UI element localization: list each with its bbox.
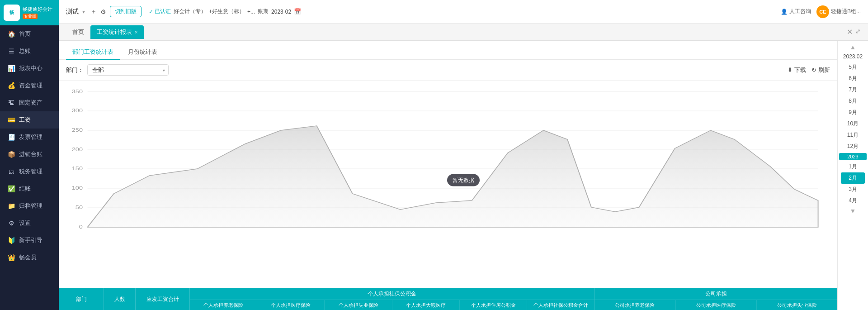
help-btn[interactable]: 👤 人工咨询: [781, 8, 811, 15]
th-company-medical: 公司承担医疗保险: [676, 300, 757, 310]
th-dept: 部门: [59, 288, 104, 310]
toolbar-row: 部门： 全部 财务部 人事部 技术部 ▾ ⬇ 下载: [59, 60, 837, 81]
sidebar-item-funds[interactable]: 💰 资金管理: [0, 77, 59, 94]
date-year-2023[interactable]: 2023: [839, 153, 866, 160]
table-header: 部门 人数 应发工资合计 个人承担社保公积金 个人承担养老保险 个人承担医疗保险…: [59, 288, 837, 310]
th-personal-unemployment: 个人承担失业保险: [325, 300, 392, 310]
settings-icon: ⚙: [7, 219, 15, 227]
th-company-group-title: 公司承担: [594, 288, 837, 300]
svg-text:50: 50: [75, 205, 83, 210]
help-icon: 👤: [781, 9, 788, 15]
toolbar-left: 部门： 全部 财务部 人事部 技术部 ▾: [66, 64, 169, 76]
th-personal-medical: 个人承担医疗保险: [257, 300, 325, 310]
date-month-9[interactable]: 9月: [838, 107, 868, 118]
tab-expand-btn[interactable]: ⤢: [855, 28, 861, 36]
user-btn[interactable]: CE 轻捷通B组...: [816, 5, 861, 18]
settings-button[interactable]: ⚙: [100, 8, 106, 15]
date-month-10[interactable]: 10月: [838, 118, 868, 129]
sidebar-item-ledger[interactable]: ☰ 总账: [0, 43, 59, 60]
date-month-3[interactable]: 3月: [838, 184, 868, 195]
tab-salary-report[interactable]: 工资统计报表 ×: [90, 25, 144, 39]
topbar-right: 👤 人工咨询 CE 轻捷通B组...: [781, 5, 861, 18]
salary-icon: 💳: [7, 116, 15, 124]
sub-tab-dept[interactable]: 部门工资统计表: [66, 45, 120, 60]
period-label: 账期: [258, 8, 269, 15]
logo-icon: 畅: [4, 5, 20, 21]
sidebar-item-invoice[interactable]: 🧾 发票管理: [0, 129, 59, 146]
logo-text: 畅捷通好会计 专业版: [23, 6, 52, 20]
sub-tab-monthly[interactable]: 月份统计表: [122, 45, 164, 60]
th-personal-housing: 个人承担住房公积金: [460, 300, 527, 310]
sidebar-item-reports[interactable]: 📊 报表中心: [0, 60, 59, 77]
dept-label: 部门：: [66, 66, 84, 74]
th-personal-group: 个人承担社保公积金 个人承担养老保险 个人承担医疗保险 个人承担失业保险 个人承…: [190, 288, 594, 310]
th-personal-pension: 个人承担养老保险: [190, 300, 257, 310]
sidebar-item-salary[interactable]: 💳 工资: [0, 111, 59, 129]
tab-bar: 首页 工资统计报表 × ✕ ⤢: [59, 24, 868, 41]
date-month-1[interactable]: 1月: [838, 161, 868, 172]
svg-text:300: 300: [72, 108, 83, 114]
svg-text:250: 250: [72, 127, 83, 133]
period-value[interactable]: 2023-02: [271, 9, 291, 15]
tab-close-btn[interactable]: ✕: [847, 28, 853, 36]
date-display: 2023.02: [843, 52, 863, 62]
date-month-5[interactable]: 5月: [838, 62, 868, 73]
refresh-icon: ↻: [811, 67, 816, 73]
sidebar-item-guide[interactable]: 🔰 新手引导: [0, 232, 59, 249]
date-month-2[interactable]: 2月: [841, 172, 865, 184]
sidebar-item-tax[interactable]: 🗂 税务管理: [0, 163, 59, 180]
date-month-7[interactable]: 7月: [838, 84, 868, 95]
ledger-icon: ☰: [7, 48, 15, 55]
sidebar-item-checkout[interactable]: ✅ 结账: [0, 180, 59, 197]
switch-old-btn[interactable]: 切到旧版: [110, 6, 142, 17]
content-area: 部门工资统计表 月份统计表 部门： 全部 财务部 人事部 技术部: [59, 41, 837, 310]
th-personal-total: 个人承担社保公积金合计: [527, 300, 594, 310]
sidebar-item-sales[interactable]: 📦 进销台账: [0, 146, 59, 163]
sidebar-item-settings[interactable]: ⚙ 设置: [0, 215, 59, 232]
sidebar-item-member[interactable]: 👑 畅会员: [0, 249, 59, 266]
th-headcount: 人数: [104, 288, 136, 310]
sidebar-item-home[interactable]: 🏠 首页: [0, 25, 59, 43]
svg-text:350: 350: [72, 89, 83, 95]
topbar-dropdown-arrow[interactable]: ▾: [82, 9, 85, 15]
date-month-4[interactable]: 4月: [838, 195, 868, 206]
certified-status: ✓ 已认证: [149, 8, 171, 15]
th-company-pension: 公司承担养老保险: [594, 300, 675, 310]
topbar: 测试 ▾ ＋ ⚙ 切到旧版 ✓ 已认证 好会计（专） +好生意（标） +... …: [59, 0, 868, 24]
date-month-6[interactable]: 6月: [838, 73, 868, 84]
business-tag: +好生意（标）: [209, 8, 245, 15]
topbar-title: 测试: [66, 8, 79, 16]
right-date-panel: ▲ 2023.02 5月 6月 7月 8月 9月 10月 11月 12月 202…: [837, 41, 868, 310]
more-tag: +...: [247, 9, 255, 15]
funds-icon: 💰: [7, 82, 15, 89]
tab-close-icon[interactable]: ×: [135, 29, 137, 35]
download-btn[interactable]: ⬇ 下载: [788, 66, 806, 74]
certified-icon: ✓: [149, 9, 153, 15]
svg-text:200: 200: [72, 147, 83, 153]
svg-text:100: 100: [72, 185, 83, 191]
sidebar-item-assets[interactable]: 🏗 固定资产: [0, 94, 59, 111]
date-nav-up[interactable]: ▲: [850, 43, 856, 52]
date-month-12[interactable]: 12月: [838, 141, 868, 152]
good-accounting-tag: 好会计（专）: [174, 8, 206, 15]
dept-select[interactable]: 全部 财务部 人事部 技术部: [87, 64, 169, 76]
date-month-11[interactable]: 11月: [838, 129, 868, 141]
invoice-icon: 🧾: [7, 134, 15, 141]
topbar-actions: ＋ ⚙ 切到旧版: [90, 6, 142, 17]
topbar-status: ✓ 已认证 好会计（专） +好生意（标） +... 账期 2023-02 📅: [149, 8, 301, 15]
date-month-8[interactable]: 8月: [838, 95, 868, 107]
reports-icon: 📊: [7, 65, 15, 72]
refresh-btn[interactable]: ↻ 刷新: [811, 66, 830, 74]
assets-icon: 🏗: [7, 99, 15, 106]
tab-home[interactable]: 首页: [66, 25, 90, 39]
th-personal-extra-medical: 个人承担大额医疗: [392, 300, 460, 310]
calendar-icon[interactable]: 📅: [294, 8, 301, 15]
sidebar-logo: 畅 畅捷通好会计 专业版: [0, 0, 59, 25]
add-button[interactable]: ＋: [90, 8, 97, 16]
sub-tabs: 部门工资统计表 月份统计表: [59, 41, 837, 60]
date-nav-down[interactable]: ▼: [850, 206, 856, 215]
sidebar-item-archive[interactable]: 📁 归档管理: [0, 197, 59, 215]
chart-svg: 350 300 250 200 150 100 50 0: [66, 85, 830, 239]
toolbar-right: ⬇ 下载 ↻ 刷新: [788, 66, 830, 74]
checkout-icon: ✅: [7, 185, 15, 192]
